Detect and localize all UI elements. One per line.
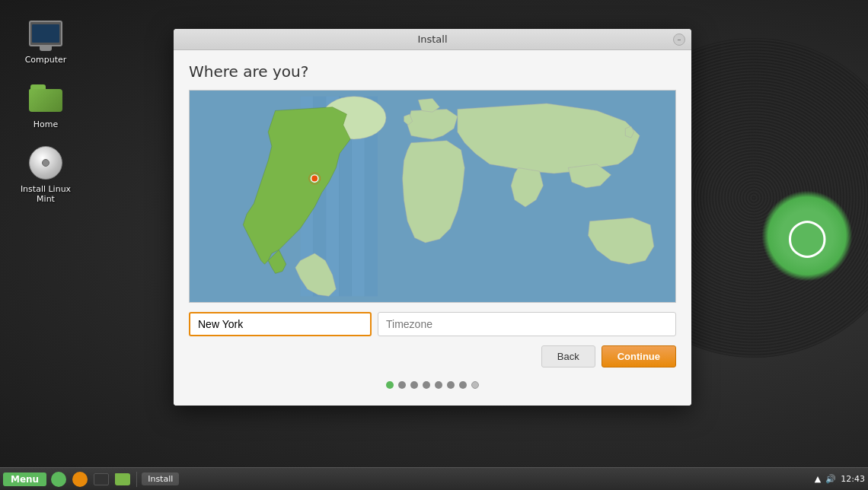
progress-dot-2 <box>398 381 406 389</box>
taskbar-right-area: ▲ 🔊 12:43 <box>815 474 865 484</box>
install-linux-mint-label: Install Linux Mint <box>15 184 76 204</box>
install-linux-mint-icon[interactable]: Install Linux Mint <box>15 145 76 204</box>
desktop-icons: Computer Home Install Linux Mint <box>15 15 76 204</box>
progress-dot-8 <box>471 381 479 389</box>
desktop: ◯ Computer Home <box>0 0 868 490</box>
progress-dot-7 <box>459 381 467 389</box>
home-icon[interactable]: Home <box>15 80 76 129</box>
taskbar: Menu Install ▲ 🔊 12:43 <box>0 467 868 490</box>
dialog-heading: Where are you? <box>189 62 676 81</box>
taskbar-volume-icon: 🔊 <box>825 474 836 484</box>
taskbar-install-button[interactable]: Install <box>142 473 179 485</box>
progress-dot-5 <box>435 381 442 389</box>
progress-indicator <box>189 374 676 393</box>
location-input[interactable] <box>189 312 372 336</box>
world-map[interactable] <box>189 90 676 303</box>
dialog-window-title: Install <box>417 33 447 45</box>
continue-button[interactable]: Continue <box>602 345 676 368</box>
computer-icon-label: Computer <box>25 55 67 65</box>
taskbar-menu-button[interactable]: Menu <box>3 473 46 486</box>
dialog-close-button[interactable]: – <box>673 33 685 46</box>
home-icon-label: Home <box>34 119 58 129</box>
mint-logo: ◯ <box>761 190 853 282</box>
timezone-input[interactable] <box>378 312 676 336</box>
progress-dot-3 <box>410 381 418 389</box>
dialog-title-bar: Install – <box>174 29 691 50</box>
taskbar-folder-icon[interactable] <box>113 470 132 488</box>
back-button[interactable]: Back <box>541 345 595 368</box>
taskbar-clock: 12:43 <box>841 474 865 484</box>
dialog-buttons: Back Continue <box>189 345 676 368</box>
computer-icon[interactable]: Computer <box>15 15 76 65</box>
svg-point-8 <box>311 175 318 182</box>
taskbar-terminal-icon[interactable] <box>92 470 110 488</box>
progress-dot-4 <box>423 381 430 389</box>
install-dialog: Install – Where are you? <box>174 29 691 406</box>
taskbar-separator-1 <box>136 472 137 487</box>
taskbar-firefox-icon[interactable] <box>71 470 89 488</box>
progress-dot-6 <box>447 381 455 389</box>
progress-dot-1 <box>386 381 394 389</box>
taskbar-mint-icon[interactable] <box>49 470 68 488</box>
taskbar-network-icon: ▲ <box>815 474 821 484</box>
location-form-row <box>189 312 676 336</box>
dialog-body: Where are you? <box>174 50 691 406</box>
